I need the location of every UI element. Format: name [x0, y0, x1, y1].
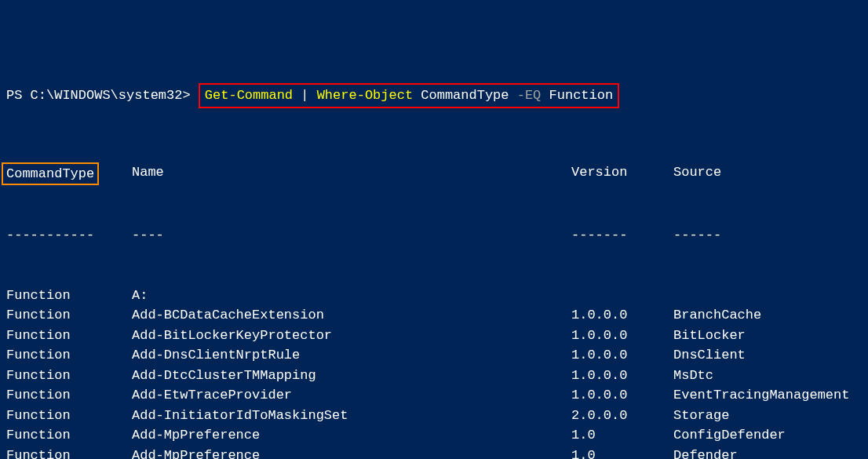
header-version: Version — [571, 162, 673, 186]
cell-version: 1.0.0.0 — [571, 385, 673, 406]
cell-commandtype: Function — [6, 406, 132, 426]
cell-name: Add-MpPreference — [132, 425, 571, 446]
cell-version — [571, 286, 673, 306]
cell-commandtype: Function — [6, 345, 132, 366]
cmd-operator-eq: -EQ — [517, 86, 542, 106]
header-commandtype: CommandType — [6, 162, 132, 186]
cell-source: DnsClient — [673, 345, 862, 366]
table-row: FunctionAdd-MpPreference1.0Defender — [6, 446, 862, 460]
cmd-get-command: Get-Command — [205, 86, 293, 106]
cell-name: Add-DtcClusterTMMapping — [132, 366, 571, 386]
cell-name: Add-DnsClientNrptRule — [132, 345, 571, 366]
cell-name: Add-InitiatorIdToMaskingSet — [132, 406, 571, 426]
cell-name: A: — [132, 286, 571, 306]
cmd-arg-commandtype: CommandType — [413, 86, 517, 106]
cell-version: 2.0.0.0 — [571, 406, 673, 426]
cell-name: Add-BCDataCacheExtension — [132, 305, 571, 326]
cell-commandtype: Function — [6, 385, 132, 406]
divider-commandtype: ----------- — [6, 225, 132, 246]
cmd-pipe: | — [293, 86, 317, 106]
table-row: FunctionAdd-BitLockerKeyProtector1.0.0.0… — [6, 326, 862, 346]
table-body: FunctionA:FunctionAdd-BCDataCacheExtensi… — [6, 286, 862, 460]
cmd-arg-function: Function — [541, 86, 613, 106]
cell-source: Defender — [673, 446, 862, 460]
table-row: FunctionAdd-BCDataCacheExtension1.0.0.0B… — [6, 305, 862, 326]
table-header-row: CommandType Name Version Source — [6, 162, 862, 186]
cell-version: 1.0.0.0 — [571, 366, 673, 386]
header-commandtype-highlight: CommandType — [2, 162, 99, 186]
header-name: Name — [132, 162, 571, 186]
table-row: FunctionAdd-InitiatorIdToMaskingSet2.0.0… — [6, 406, 862, 426]
cmd-where-object: Where-Object — [317, 86, 413, 106]
cell-version: 1.0.0.0 — [571, 305, 673, 326]
cell-commandtype: Function — [6, 425, 132, 446]
cell-version: 1.0.0.0 — [571, 326, 673, 346]
cell-source — [673, 286, 862, 306]
cell-version: 1.0.0.0 — [571, 345, 673, 366]
table-row: FunctionAdd-DnsClientNrptRule1.0.0.0DnsC… — [6, 345, 862, 366]
cell-source: ConfigDefender — [673, 425, 862, 446]
cell-version: 1.0 — [571, 425, 673, 446]
cell-commandtype: Function — [6, 305, 132, 326]
cell-commandtype: Function — [6, 366, 132, 386]
table-row: FunctionAdd-DtcClusterTMMapping1.0.0.0Ms… — [6, 366, 862, 386]
cell-source: BranchCache — [673, 305, 862, 326]
cell-version: 1.0 — [571, 446, 673, 460]
cell-source: EventTracingManagement — [673, 385, 862, 406]
command-highlight-box: Get-Command | Where-Object CommandType -… — [199, 83, 619, 108]
table-divider-row: ----------- ---- ------- ------ — [6, 225, 862, 246]
cell-commandtype: Function — [6, 286, 132, 306]
cell-source: Storage — [673, 406, 862, 426]
cell-commandtype: Function — [6, 326, 132, 346]
divider-name: ---- — [132, 225, 571, 246]
divider-source: ------ — [673, 225, 862, 246]
cell-commandtype: Function — [6, 446, 132, 460]
cell-source: BitLocker — [673, 326, 862, 346]
header-source: Source — [673, 162, 862, 186]
table-row: FunctionA: — [6, 286, 862, 306]
cell-name: Add-MpPreference — [132, 446, 571, 460]
table-row: FunctionAdd-MpPreference1.0ConfigDefende… — [6, 425, 862, 446]
table-row: FunctionAdd-EtwTraceProvider1.0.0.0Event… — [6, 385, 862, 406]
divider-version: ------- — [571, 225, 673, 246]
cell-name: Add-EtwTraceProvider — [132, 385, 571, 406]
cell-source: MsDtc — [673, 366, 862, 386]
prompt-line[interactable]: PS C:\WINDOWS\system32> Get-Command | Wh… — [6, 83, 862, 108]
cell-name: Add-BitLockerKeyProtector — [132, 326, 571, 346]
prompt-prefix: PS C:\WINDOWS\system32> — [6, 86, 199, 106]
